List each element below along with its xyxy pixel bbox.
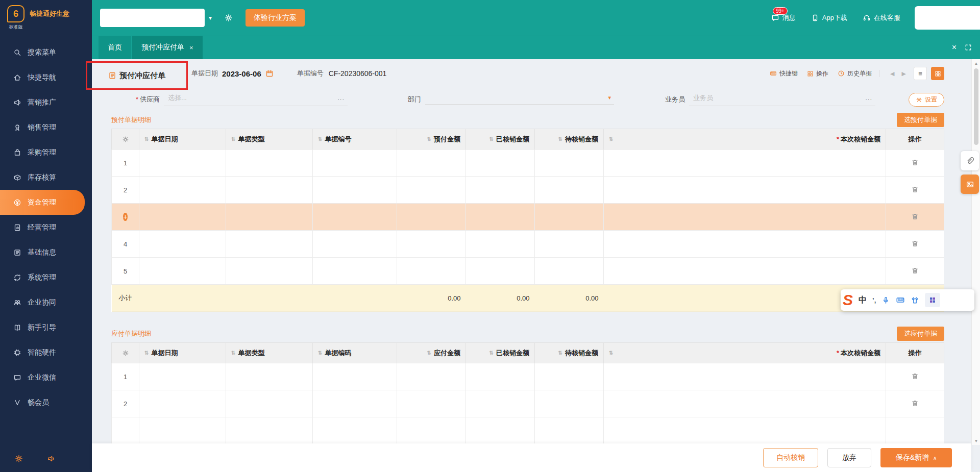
grid-cell[interactable] <box>397 231 466 258</box>
grid-cell[interactable] <box>604 417 886 444</box>
tab-close-icon[interactable]: × <box>189 44 193 52</box>
grid-cell[interactable] <box>466 390 535 417</box>
prev-doc-icon[interactable]: ◀ <box>890 70 894 77</box>
app-download-button[interactable]: App下载 <box>811 13 847 22</box>
grid-cell[interactable] <box>466 150 535 177</box>
next-doc-icon[interactable]: ▶ <box>902 70 906 77</box>
industry-solution-button[interactable]: 体验行业方案 <box>246 9 305 27</box>
grid-cell[interactable] <box>226 177 313 204</box>
col-header-pending[interactable]: ⇅待核销金额 <box>535 129 604 150</box>
grid-cell[interactable] <box>139 258 226 285</box>
workspace-selector[interactable] <box>100 9 205 27</box>
grid-cell[interactable] <box>466 231 535 258</box>
ime-lang-indicator[interactable]: 中 <box>859 295 867 306</box>
grid-cell[interactable] <box>535 231 604 258</box>
messages-button[interactable]: 99+ 消息 <box>771 13 796 22</box>
grid-cell[interactable] <box>139 363 226 390</box>
col-header-written[interactable]: ⇅已核销金额 <box>466 343 535 363</box>
grid-cell[interactable] <box>313 417 397 444</box>
sidebar-item-base-info[interactable]: 基础信息 <box>0 240 92 265</box>
scroll-up-icon[interactable]: ▲ <box>972 59 980 67</box>
grid-cell[interactable] <box>466 417 535 444</box>
grid-cell[interactable] <box>139 417 226 444</box>
grid-cell[interactable] <box>226 150 313 177</box>
grid-cell[interactable] <box>313 258 397 285</box>
user-account-area[interactable] <box>915 6 980 30</box>
sidebar-item-member[interactable]: 畅会员 <box>0 390 92 415</box>
sidebar-item-guide[interactable]: 新手引导 <box>0 315 92 340</box>
grid-cell[interactable] <box>313 150 397 177</box>
grid-cell[interactable] <box>313 231 397 258</box>
grid-cell[interactable] <box>604 258 886 285</box>
column-settings-icon[interactable] <box>112 129 139 150</box>
grid-cell[interactable] <box>397 417 466 444</box>
grid-cell[interactable] <box>535 150 604 177</box>
save-and-new-button[interactable]: 保存&新增 ∧ <box>880 448 952 467</box>
microphone-icon[interactable] <box>881 296 890 305</box>
delete-row-button[interactable] <box>910 212 920 221</box>
close-all-tabs-icon[interactable]: × <box>952 36 957 59</box>
grid-cell[interactable] <box>139 231 226 258</box>
shortcuts-button[interactable]: 快捷键 <box>770 69 798 78</box>
sidebar-item-hardware[interactable]: 智能硬件 <box>0 340 92 365</box>
vertical-scrollbar[interactable]: ▲ ▼ <box>971 59 980 445</box>
grid-cell[interactable] <box>535 177 604 204</box>
sidebar-item-funds[interactable]: 资金管理 <box>0 190 85 215</box>
col-header-date[interactable]: ⇅单据日期 <box>139 343 226 363</box>
col-header-no[interactable]: ⇅单据编号 <box>313 129 397 150</box>
col-header-type[interactable]: ⇅单据类型 <box>226 129 313 150</box>
grid-cell[interactable] <box>226 363 313 390</box>
grid-cell[interactable] <box>226 417 313 444</box>
grid-cell[interactable] <box>604 150 886 177</box>
grid-cell[interactable] <box>604 390 886 417</box>
ime-punctuation-icon[interactable]: ’, <box>872 296 876 304</box>
grid-cell[interactable] <box>535 363 604 390</box>
gear-icon[interactable] <box>14 454 23 463</box>
grid-cell[interactable] <box>226 258 313 285</box>
auto-writeoff-button[interactable]: 自动核销 <box>763 448 818 467</box>
grid-cell[interactable] <box>535 258 604 285</box>
speaker-icon[interactable] <box>47 454 56 463</box>
grid-cell[interactable] <box>466 258 535 285</box>
sidebar-item-search-menu[interactable]: 搜索菜单 <box>0 40 92 65</box>
column-settings-icon[interactable] <box>112 343 139 363</box>
sidebar-item-inventory[interactable]: 库存核算 <box>0 165 92 190</box>
online-service-button[interactable]: 在线客服 <box>863 13 900 22</box>
chevron-down-icon[interactable]: ▾ <box>209 14 212 21</box>
select-prepay-docs-button[interactable]: 选预付单据 <box>897 113 944 127</box>
grid-cell[interactable] <box>466 177 535 204</box>
col-header-current-amount[interactable]: ⇅*本次核销金额 <box>604 129 886 150</box>
grid-cell[interactable] <box>139 150 226 177</box>
grid-cell[interactable] <box>466 204 535 231</box>
grid-cell[interactable] <box>604 231 886 258</box>
tab-home[interactable]: 首页 <box>99 36 131 59</box>
select-payable-docs-button[interactable]: 选应付单据 <box>897 327 944 341</box>
grid-cell[interactable] <box>139 204 226 231</box>
sogou-logo[interactable]: S <box>843 292 853 308</box>
salesman-picker-icon[interactable]: ... <box>865 94 872 102</box>
sidebar-item-marketing[interactable]: 营销推广 <box>0 90 92 115</box>
tab-current-document[interactable]: 预付冲应付单 × <box>132 36 203 59</box>
col-header-type[interactable]: ⇅单据类型 <box>226 343 313 363</box>
grid-cell[interactable] <box>313 363 397 390</box>
history-button[interactable]: 历史单据 <box>838 69 872 78</box>
grid-cell[interactable] <box>397 150 466 177</box>
grid-cell[interactable] <box>226 204 313 231</box>
col-header-amount[interactable]: ⇅预付金额 <box>397 129 466 150</box>
sidebar-item-purchase[interactable]: 采购管理 <box>0 140 92 165</box>
grid-cell[interactable] <box>466 363 535 390</box>
sidebar-item-wecom[interactable]: 企业微信 <box>0 365 92 390</box>
delete-row-button[interactable] <box>910 239 920 249</box>
delete-row-button[interactable] <box>910 185 920 194</box>
grid-cell[interactable] <box>535 390 604 417</box>
col-header-amount[interactable]: ⇅应付金额 <box>397 343 466 363</box>
grid-cell[interactable] <box>397 390 466 417</box>
discard-button[interactable]: 放弃 <box>827 448 871 467</box>
attachment-button[interactable] <box>961 151 979 170</box>
image-button[interactable] <box>961 175 979 194</box>
ime-skin-icon[interactable] <box>911 296 919 305</box>
delete-row-button[interactable] <box>910 266 920 276</box>
grid-cell[interactable] <box>226 231 313 258</box>
grid-cell[interactable] <box>139 390 226 417</box>
salesman-input[interactable]: 业务员 ... <box>689 93 875 106</box>
